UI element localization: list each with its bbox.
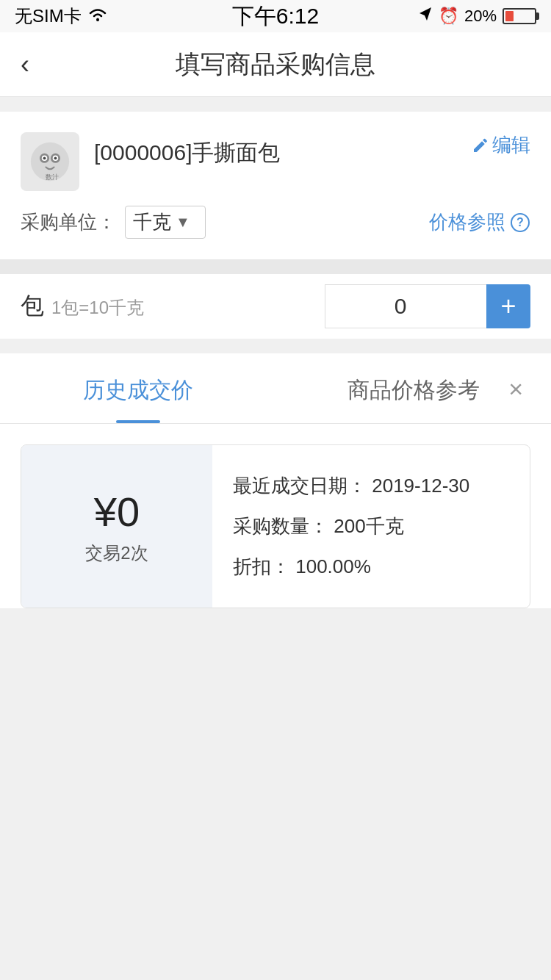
recent-date-label: 最近成交日期： [233,475,367,497]
unit-label: 采购单位： [21,209,116,235]
purchase-qty-label: 采购数量： [233,515,328,537]
svg-point-7 [54,156,57,159]
quantity-input[interactable] [325,284,486,328]
tab-close-button[interactable]: × [501,367,530,410]
svg-point-6 [43,156,46,159]
nav-bar: ‹ 填写商品采购信息 [0,32,551,97]
status-bar: 无SIM卡 下午6:12 ⏰ 20% [0,0,551,32]
history-trade-count: 交易2次 [85,541,148,565]
price-reference-button[interactable]: 价格参照 ? [429,209,530,235]
discount-value: 100.00% [295,555,371,577]
purchase-qty-value: 200千克 [334,515,403,537]
purchase-qty-row: 采购数量： 200千克 [233,512,509,541]
history-price-left: ¥0 交易2次 [21,445,212,608]
product-info: 数汁 [0000006]手撕面包 [21,132,280,191]
product-logo: 数汁 [21,132,79,191]
quantity-unit: 包 [21,290,44,323]
history-details: 最近成交日期： 2019-12-30 采购数量： 200千克 折扣： 100.0… [212,445,530,608]
discount-row: 折扣： 100.00% [233,552,509,581]
quantity-increment-button[interactable]: + [486,284,530,328]
page-title: 填写商品采购信息 [176,48,375,82]
wifi-icon [87,6,108,26]
product-section: 数汁 [0000006]手撕面包 编辑 采购单位： 千克 ▼ 价格参照 [0,112,551,259]
status-time: 下午6:12 [232,1,319,32]
tabs-header: 历史成交价 商品价格参考 × [0,353,551,424]
content-area [0,629,551,980]
history-price-value: ¥0 [94,488,140,536]
edit-button[interactable]: 编辑 [472,132,530,158]
svg-point-0 [96,18,99,21]
product-name: [0000006]手撕面包 [94,132,280,168]
product-header: 数汁 [0000006]手撕面包 编辑 [21,132,530,191]
dropdown-arrow-icon: ▼ [176,214,190,231]
discount-label: 折扣： [233,555,290,577]
quantity-conversion: 1包=10千克 [51,296,144,320]
unit-select[interactable]: 千克 ▼ [125,206,206,239]
quantity-section: 包 1包=10千克 + [0,274,551,339]
unit-left: 采购单位： 千克 ▼ [21,206,206,239]
status-right: ⏰ 20% [418,6,536,26]
battery-icon [503,8,536,24]
carrier-label: 无SIM卡 [15,4,82,28]
location-icon [418,6,433,26]
svg-text:?: ? [516,216,524,228]
product-unit-row: 采购单位： 千克 ▼ 价格参照 ? [21,206,530,239]
tab-history-price[interactable]: 历史成交价 [0,353,276,423]
recent-date-value: 2019-12-30 [372,475,469,497]
section-divider [0,259,551,274]
tabs-section: 历史成交价 商品价格参考 × ¥0 交易2次 最近成交日期： 2019-12-3… [0,353,551,608]
back-button[interactable]: ‹ [21,49,29,80]
quantity-label: 包 1包=10千克 [21,290,144,323]
quantity-input-area: + [325,284,530,328]
recent-date-row: 最近成交日期： 2019-12-30 [233,472,509,500]
svg-text:数汁: 数汁 [46,173,59,181]
alarm-icon: ⏰ [439,7,458,26]
history-card: ¥0 交易2次 最近成交日期： 2019-12-30 采购数量： 200千克 折… [21,444,530,608]
status-left: 无SIM卡 [15,4,108,28]
battery-percent: 20% [464,7,497,26]
